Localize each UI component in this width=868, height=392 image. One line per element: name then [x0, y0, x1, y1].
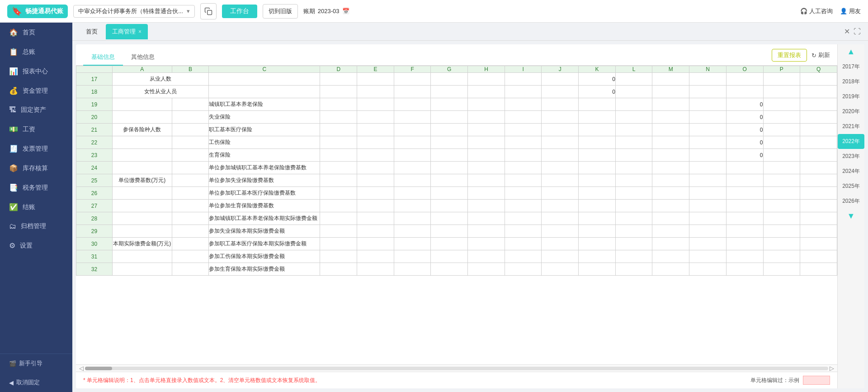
cell-h32[interactable] [468, 263, 505, 276]
cell-o27[interactable] [726, 200, 763, 212]
sidebar-item-finance[interactable]: 💰 资金管理 [0, 81, 72, 100]
cell-k25[interactable] [579, 174, 616, 187]
cell-b28[interactable] [172, 212, 209, 225]
cell-k19[interactable] [579, 98, 616, 111]
user-area[interactable]: 👤 用友 [840, 7, 861, 15]
cell-j23[interactable] [542, 149, 579, 162]
cell-l22[interactable] [615, 136, 652, 149]
cell-f27[interactable] [394, 200, 431, 212]
cell-j26[interactable] [542, 187, 579, 200]
cell-m22[interactable] [652, 136, 689, 149]
cell-c22[interactable]: 工伤保险 [209, 136, 320, 149]
cell-d31[interactable] [320, 250, 357, 263]
cell-n26[interactable] [689, 187, 726, 200]
tab-close-icon[interactable]: × [138, 29, 142, 35]
cell-e19[interactable] [357, 98, 394, 111]
scroll-track[interactable] [85, 367, 828, 370]
cell-m27[interactable] [652, 200, 689, 212]
cell-b25[interactable] [172, 174, 209, 187]
sidebar-item-settings[interactable]: ⚙ 设置 [0, 236, 72, 255]
cell-f21[interactable] [394, 124, 431, 136]
cell-q31[interactable] [800, 250, 837, 263]
cell-n24[interactable] [689, 162, 726, 174]
year-2023[interactable]: 2023年 [838, 149, 864, 164]
maximize-icon[interactable]: ⛶ [854, 28, 861, 36]
cell-i17[interactable] [505, 73, 542, 86]
cell-q19[interactable] [800, 98, 837, 111]
cell-m25[interactable] [652, 174, 689, 187]
cell-n20[interactable] [689, 111, 726, 124]
tab-basic-info[interactable]: 基础信息 [83, 49, 123, 66]
cell-e30[interactable] [357, 238, 394, 250]
cell-g21[interactable] [431, 124, 468, 136]
cell-d27[interactable] [320, 200, 357, 212]
reset-report-button[interactable]: 重置报表 [772, 49, 807, 62]
cell-l32[interactable] [615, 263, 652, 276]
year-2024[interactable]: 2024年 [838, 164, 864, 179]
cell-i20[interactable] [505, 111, 542, 124]
cell-i18[interactable] [505, 86, 542, 98]
sidebar-item-fixed-assets[interactable]: 🏗 固定资产 [0, 100, 72, 120]
cell-e32[interactable] [357, 263, 394, 276]
cell-o29[interactable] [726, 225, 763, 238]
cell-k30[interactable] [579, 238, 616, 250]
cell-i29[interactable] [505, 225, 542, 238]
sidebar-item-payroll[interactable]: 💵 工资 [0, 120, 72, 139]
cell-b21[interactable] [172, 124, 209, 136]
year-2020[interactable]: 2020年 [838, 104, 864, 119]
cell-i23[interactable] [505, 149, 542, 162]
cell-j20[interactable] [542, 111, 579, 124]
cell-e22[interactable] [357, 136, 394, 149]
cell-e31[interactable] [357, 250, 394, 263]
cell-f26[interactable] [394, 187, 431, 200]
cell-g17[interactable] [431, 73, 468, 86]
cell-m31[interactable] [652, 250, 689, 263]
cell-q27[interactable] [800, 200, 837, 212]
cell-i21[interactable] [505, 124, 542, 136]
cell-n25[interactable] [689, 174, 726, 187]
cell-k18[interactable]: 0 [579, 86, 616, 98]
cell-d22[interactable] [320, 136, 357, 149]
cell-b19[interactable] [172, 98, 209, 111]
cell-a26[interactable] [113, 187, 172, 200]
cell-d24[interactable] [320, 162, 357, 174]
cell-c30[interactable]: 参加职工基本医疗保险本期实际缴费金额 [209, 238, 320, 250]
cell-e29[interactable] [357, 225, 394, 238]
cell-h30[interactable] [468, 238, 505, 250]
cell-o23[interactable]: 0 [726, 149, 763, 162]
cell-b24[interactable] [172, 162, 209, 174]
cell-j24[interactable] [542, 162, 579, 174]
cell-c21[interactable]: 职工基本医疗保险 [209, 124, 320, 136]
cell-a29[interactable] [113, 225, 172, 238]
cell-g25[interactable] [431, 174, 468, 187]
year-up-arrow[interactable]: ▲ [846, 44, 856, 59]
cell-i19[interactable] [505, 98, 542, 111]
cell-b30[interactable] [172, 238, 209, 250]
cell-p28[interactable] [763, 212, 800, 225]
cell-d30[interactable] [320, 238, 357, 250]
cell-g19[interactable] [431, 98, 468, 111]
cell-a32[interactable] [113, 263, 172, 276]
cell-b23[interactable] [172, 149, 209, 162]
cell-q21[interactable] [800, 124, 837, 136]
cell-g29[interactable] [431, 225, 468, 238]
cell-a22[interactable] [113, 136, 172, 149]
cell-p21[interactable] [763, 124, 800, 136]
cell-e17[interactable] [357, 73, 394, 86]
sidebar-item-tax[interactable]: 📑 税务管理 [0, 178, 72, 197]
year-2018[interactable]: 2018年 [838, 74, 864, 89]
cell-o20[interactable]: 0 [726, 111, 763, 124]
cell-k29[interactable] [579, 225, 616, 238]
cell-f28[interactable] [394, 212, 431, 225]
cell-f25[interactable] [394, 174, 431, 187]
cell-l31[interactable] [615, 250, 652, 263]
cell-f30[interactable] [394, 238, 431, 250]
cell-g20[interactable] [431, 111, 468, 124]
cell-a28[interactable] [113, 212, 172, 225]
scroll-right-arrow[interactable]: ▷ [828, 365, 835, 372]
cell-m20[interactable] [652, 111, 689, 124]
cell-d28[interactable] [320, 212, 357, 225]
cell-o25[interactable] [726, 174, 763, 187]
cell-p26[interactable] [763, 187, 800, 200]
cell-n23[interactable] [689, 149, 726, 162]
